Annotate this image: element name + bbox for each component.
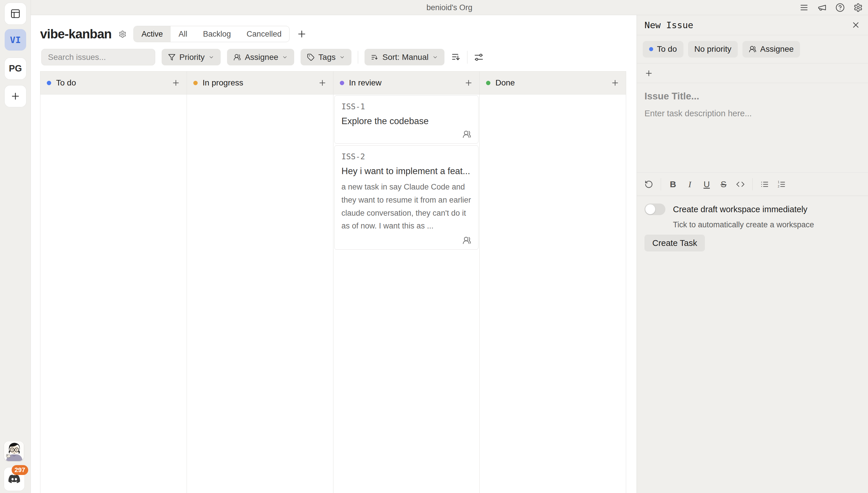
assignee-filter-button[interactable]: Assignee xyxy=(227,49,294,65)
add-card-button[interactable] xyxy=(172,79,180,87)
column-body xyxy=(187,94,333,493)
column-header: In review xyxy=(333,71,480,94)
plus-icon xyxy=(172,79,180,87)
column-body xyxy=(480,94,626,493)
undo-button[interactable] xyxy=(641,176,657,192)
sort-button[interactable]: Sort: Manual xyxy=(365,49,444,65)
help-circle-icon xyxy=(836,3,845,12)
underline-label: U xyxy=(703,179,710,189)
bullet-list-icon xyxy=(760,180,769,189)
create-task-label: Create Task xyxy=(652,238,697,248)
hamburger-icon xyxy=(799,3,809,12)
strikethrough-button[interactable]: S xyxy=(716,176,731,192)
column-done: Done xyxy=(479,71,626,493)
org-title: benioid's Org xyxy=(427,3,472,12)
status-chip[interactable]: To do xyxy=(643,41,683,58)
help-button[interactable] xyxy=(836,3,845,12)
add-property-button[interactable] xyxy=(645,69,653,78)
status-chip-label: To do xyxy=(657,44,677,54)
issue-title: Explore the codebase xyxy=(342,116,472,126)
draft-workspace-label: Create draft workspace immediately xyxy=(673,205,807,214)
plus-icon xyxy=(611,79,620,87)
status-filter-tabs: Active All Backlog Cancelled xyxy=(133,26,290,42)
column-header: In progress xyxy=(187,71,333,94)
panels-layout-button[interactable] xyxy=(5,3,26,24)
announcements-button[interactable] xyxy=(818,3,827,12)
sort-lines-icon xyxy=(371,53,378,61)
view-options-button[interactable] xyxy=(474,52,484,62)
priority-filter-button[interactable]: Priority xyxy=(161,49,221,65)
new-issue-panel: New Issue To do No priority Assignee B I… xyxy=(636,15,868,493)
undo-icon xyxy=(645,180,653,189)
tab-active[interactable]: Active xyxy=(134,26,171,42)
priority-chip[interactable]: No priority xyxy=(688,41,738,58)
column-title: Done xyxy=(495,78,515,87)
add-card-button[interactable] xyxy=(318,79,327,87)
project-settings-button[interactable] xyxy=(118,30,127,38)
main-area: vibe-kanban Active All Backlog Cancelled… xyxy=(31,15,636,493)
issue-title: Hey i want to implement a feat... xyxy=(342,166,472,176)
issue-title-input[interactable] xyxy=(645,91,861,102)
tab-backlog[interactable]: Backlog xyxy=(195,26,239,42)
issue-description-input[interactable] xyxy=(645,109,861,158)
create-task-button[interactable]: Create Task xyxy=(645,235,705,252)
issue-description: a new task in say Claude Code and they w… xyxy=(342,180,472,233)
workspace-vi-label: VI xyxy=(10,35,21,45)
gear-icon xyxy=(118,30,127,38)
assignee-chip-label: Assignee xyxy=(760,44,794,54)
bullet-list-button[interactable] xyxy=(757,176,772,192)
project-title: vibe-kanban xyxy=(40,27,112,41)
workspace-pg-label: PG xyxy=(9,63,22,74)
top-header: benioid's Org xyxy=(31,0,868,15)
draft-workspace-hint: Tick to automatically create a workspace xyxy=(673,220,814,229)
menu-button[interactable] xyxy=(799,3,809,12)
underline-button[interactable]: U xyxy=(699,176,715,192)
bold-label: B xyxy=(670,179,676,189)
search-input[interactable] xyxy=(41,49,155,65)
tags-filter-label: Tags xyxy=(318,52,335,62)
bold-button[interactable]: B xyxy=(665,176,681,192)
numbered-list-icon: 12 xyxy=(777,180,786,189)
issue-id: ISS-1 xyxy=(342,102,472,111)
numbered-list-button[interactable]: 12 xyxy=(774,176,789,192)
plus-icon xyxy=(297,29,307,39)
priority-chip-label: No priority xyxy=(694,44,732,54)
settings-button[interactable] xyxy=(853,3,863,12)
code-button[interactable] xyxy=(733,176,748,192)
discord-count-badge: 297 xyxy=(12,465,28,475)
users-icon xyxy=(462,236,471,245)
sort-label: Sort: Manual xyxy=(382,52,429,62)
user-avatar[interactable] xyxy=(4,441,24,461)
panel-title: New Issue xyxy=(645,20,693,30)
left-rail: VI PG 297 xyxy=(0,0,31,493)
tags-filter-button[interactable]: Tags xyxy=(301,49,351,65)
users-icon xyxy=(234,53,241,61)
column-title: In review xyxy=(349,78,382,87)
tab-cancelled[interactable]: Cancelled xyxy=(239,26,289,42)
add-issue-button[interactable] xyxy=(297,29,307,39)
sort-direction-button[interactable] xyxy=(451,52,461,62)
sliders-icon xyxy=(474,52,484,62)
issue-card[interactable]: ISS-1 Explore the codebase xyxy=(334,95,479,144)
plus-icon xyxy=(645,69,653,78)
tab-all[interactable]: All xyxy=(171,26,195,42)
add-card-button[interactable] xyxy=(464,79,473,87)
chevron-down-icon xyxy=(339,55,345,60)
plus-icon xyxy=(10,91,21,102)
add-workspace-button[interactable] xyxy=(5,85,26,107)
avatar-illustration xyxy=(4,441,24,461)
chevron-down-icon xyxy=(209,55,214,60)
draft-workspace-toggle[interactable] xyxy=(645,203,666,215)
add-card-button[interactable] xyxy=(611,79,620,87)
panels-top-left-icon xyxy=(10,8,21,19)
close-panel-button[interactable] xyxy=(851,20,861,30)
column-in-review: In review ISS-1 Explore the codebase ISS… xyxy=(333,71,480,493)
workspace-pg-button[interactable]: PG xyxy=(5,58,26,79)
issue-card[interactable]: ISS-2 Hey i want to implement a feat... … xyxy=(334,145,479,250)
priority-filter-label: Priority xyxy=(179,52,205,62)
italic-button[interactable]: I xyxy=(682,176,698,192)
status-dot xyxy=(340,81,344,85)
status-dot xyxy=(193,81,198,85)
workspace-vi-button[interactable]: VI xyxy=(5,29,26,50)
assignee-chip[interactable]: Assignee xyxy=(742,41,800,58)
